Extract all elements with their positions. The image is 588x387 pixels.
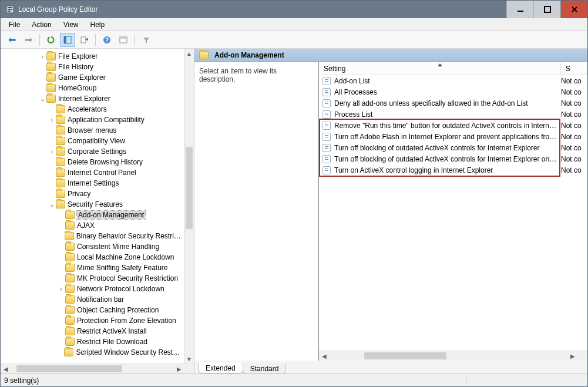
tree-item-label: Internet Explorer xyxy=(58,95,110,103)
tab-standard[interactable]: Standard xyxy=(243,364,287,374)
tree-item[interactable]: Mime Sniffing Safety Feature xyxy=(1,263,194,273)
tree-item[interactable]: Restrict File Download xyxy=(1,336,194,347)
menu-action[interactable]: Action xyxy=(26,19,57,30)
tree-item[interactable]: ›Network Protocol Lockdown xyxy=(1,284,194,294)
scroll-track[interactable] xyxy=(184,59,194,354)
folder-icon xyxy=(46,63,56,71)
list-row[interactable]: Turn on ActiveX control logging in Inter… xyxy=(319,164,587,176)
maximize-button[interactable] xyxy=(533,1,560,18)
forward-button[interactable]: ➡ xyxy=(21,33,36,47)
scroll-track[interactable] xyxy=(329,351,567,361)
expand-icon[interactable]: › xyxy=(57,285,65,292)
filter-button[interactable] xyxy=(139,33,154,47)
collapse-icon[interactable]: ⌄ xyxy=(38,95,46,103)
tree-item[interactable]: Consistent Mime Handling xyxy=(1,241,194,252)
list-row[interactable]: Turn off Adobe Flash in Internet Explore… xyxy=(319,131,587,142)
tree-item[interactable]: Accelerators xyxy=(1,104,194,115)
scroll-thumb[interactable] xyxy=(364,352,446,359)
list-row[interactable]: Deny all add-ons unless specifically all… xyxy=(319,97,587,109)
folder-icon xyxy=(46,52,56,60)
window-root: Local Group Policy Editor File Action Vi… xyxy=(0,0,588,387)
tree-item[interactable]: ›File Explorer xyxy=(1,51,194,62)
refresh-button[interactable] xyxy=(43,33,59,47)
tree-item[interactable]: Add-on Management xyxy=(1,210,194,220)
minimize-button[interactable] xyxy=(506,1,533,18)
menu-file[interactable]: File xyxy=(3,19,26,30)
scroll-track[interactable] xyxy=(11,364,174,373)
expand-icon[interactable]: › xyxy=(48,116,56,123)
tree-item-label: Restrict ActiveX Install xyxy=(77,327,147,335)
folder-icon xyxy=(56,158,65,166)
window-buttons xyxy=(506,1,587,18)
tree-item[interactable]: Notification bar xyxy=(1,294,194,305)
tree-item[interactable]: Restrict ActiveX Install xyxy=(1,326,194,336)
tree-item[interactable]: Local Machine Zone Lockdown xyxy=(1,252,194,263)
tree-vertical-scrollbar[interactable]: ▲ ▼ xyxy=(184,49,194,364)
scroll-right-icon[interactable]: ▶ xyxy=(567,353,577,359)
column-header-state[interactable]: S xyxy=(561,62,587,75)
collapse-icon[interactable]: ⌄ xyxy=(48,201,56,208)
expand-icon[interactable]: › xyxy=(38,53,46,60)
help-button[interactable]: ? xyxy=(99,33,115,47)
scroll-thumb[interactable] xyxy=(16,365,122,372)
tree-item[interactable]: File History xyxy=(1,62,194,72)
tree-item[interactable]: Internet Control Panel xyxy=(1,167,194,178)
list-row[interactable]: Turn off blocking of outdated ActiveX co… xyxy=(319,153,587,164)
tree-item[interactable]: HomeGroup xyxy=(1,83,194,93)
tree-item[interactable]: Protection From Zone Elevation xyxy=(1,315,194,326)
menu-view[interactable]: View xyxy=(58,19,85,30)
folder-icon xyxy=(64,348,73,356)
status-text: 9 setting(s) xyxy=(4,376,466,385)
tree-horizontal-scrollbar[interactable]: ◀ ▶ xyxy=(1,364,194,373)
scroll-thumb[interactable] xyxy=(186,147,193,229)
tree-view[interactable]: ›File ExplorerFile HistoryGame ExplorerH… xyxy=(1,49,194,364)
tree-item[interactable]: Internet Settings xyxy=(1,178,194,189)
tree-item[interactable]: ⌄Security Features xyxy=(1,199,194,210)
back-button[interactable]: ⬅ xyxy=(4,33,19,47)
tree-item[interactable]: Privacy xyxy=(1,189,194,199)
list-row[interactable]: Add-on ListNot co xyxy=(319,75,587,86)
properties-button[interactable] xyxy=(116,33,131,47)
tree-item[interactable]: ›Corporate Settings xyxy=(1,146,194,157)
titlebar: Local Group Policy Editor xyxy=(1,1,587,18)
tree-item[interactable]: Delete Browsing History xyxy=(1,157,194,167)
export-list-button[interactable] xyxy=(76,33,92,47)
tree-item[interactable]: Browser menus xyxy=(1,125,194,136)
list-row[interactable]: All ProcessesNot co xyxy=(319,86,587,97)
setting-name: Process List xyxy=(334,110,557,119)
tree-item[interactable]: Object Caching Protection xyxy=(1,305,194,315)
list-row[interactable]: Remove "Run this time" button for outdat… xyxy=(319,120,587,131)
right-body: Select an item to view its description. … xyxy=(194,62,587,361)
tree-item[interactable]: Compatibility View xyxy=(1,136,194,146)
tree-item[interactable]: Binary Behavior Security Restrictions xyxy=(1,231,194,241)
tree-item-label: Object Caching Protection xyxy=(77,306,159,314)
column-label: S xyxy=(566,65,570,73)
menu-help[interactable]: Help xyxy=(85,19,111,30)
tree-item[interactable]: ⌄Internet Explorer xyxy=(1,93,194,104)
expand-icon[interactable]: › xyxy=(48,148,56,155)
tree-item[interactable]: AJAX xyxy=(1,220,194,231)
setting-state: Not co xyxy=(561,88,587,96)
scroll-down-icon[interactable]: ▼ xyxy=(184,354,194,364)
list-row[interactable]: Process ListNot co xyxy=(319,109,587,120)
tree-item[interactable]: Scripted Window Security Restrictions xyxy=(1,347,194,358)
list-body[interactable]: Add-on ListNot coAll ProcessesNot coDeny… xyxy=(319,75,587,351)
tab-extended[interactable]: Extended xyxy=(198,362,243,373)
tree-item[interactable]: MK Protocol Security Restriction xyxy=(1,273,194,284)
scroll-right-icon[interactable]: ▶ xyxy=(174,366,184,372)
show-hide-tree-button[interactable] xyxy=(60,33,75,47)
scroll-up-icon[interactable]: ▲ xyxy=(184,49,194,59)
tree-item[interactable]: ›Application Compatibility xyxy=(1,115,194,125)
list-horizontal-scrollbar[interactable]: ◀ ▶ xyxy=(319,351,587,361)
tree-item-label: Game Explorer xyxy=(58,73,106,82)
scroll-left-icon[interactable]: ◀ xyxy=(319,353,329,359)
tree-item[interactable]: Game Explorer xyxy=(1,72,194,83)
list-row[interactable]: Turn off blocking of outdated ActiveX co… xyxy=(319,142,587,153)
column-header-setting[interactable]: Setting xyxy=(319,62,561,75)
setting-state: Not co xyxy=(561,110,587,119)
close-button[interactable] xyxy=(560,1,587,18)
folder-icon xyxy=(46,73,56,82)
right-heading: Add-on Management xyxy=(214,51,284,59)
folder-icon xyxy=(56,126,65,134)
scroll-left-icon[interactable]: ◀ xyxy=(1,366,11,372)
